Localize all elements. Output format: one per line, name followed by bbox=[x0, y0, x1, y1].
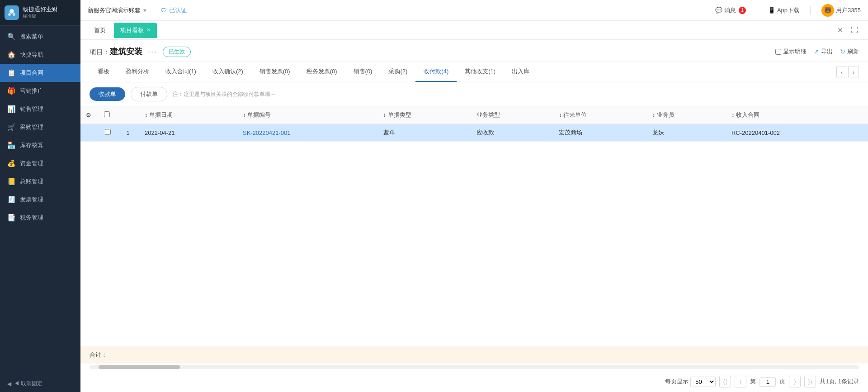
total-label: 合计： bbox=[90, 351, 107, 358]
export-icon: ↗ bbox=[814, 48, 819, 55]
sub-tabs-prev-button[interactable]: ‹ bbox=[836, 67, 847, 77]
export-label: 导出 bbox=[821, 48, 833, 56]
show-detail-label: 显示明细 bbox=[783, 48, 807, 56]
tab-home-label: 首页 bbox=[94, 26, 106, 34]
last-page-button[interactable]: ⟩⟩ bbox=[804, 376, 816, 387]
sub-tab-receipt[interactable]: 收付款(4) bbox=[415, 62, 457, 82]
sidebar-item-label: 营销推广 bbox=[20, 87, 43, 95]
funds-icon: 💰 bbox=[7, 159, 15, 167]
refresh-button[interactable]: ↻ 刷新 bbox=[840, 48, 859, 56]
sidebar-nav: 🔍 搜索菜单 🏠 快捷导航 📋 项目合同 🎁 营销推广 📊 销售管理 🛒 采购管… bbox=[0, 26, 80, 375]
sub-tab-sales[interactable]: 销售(0) bbox=[345, 62, 381, 82]
sidebar-item-label: 库存核算 bbox=[20, 141, 43, 149]
sidebar-item-inventory[interactable]: 🏪 库存核算 bbox=[0, 136, 80, 154]
sub-tab-other-expense[interactable]: 其他收支(1) bbox=[457, 62, 504, 82]
table-row[interactable]: 1 2022-04-21 SK-20220421-001 蓝单 应收款 宏茂商场… bbox=[80, 124, 868, 142]
num-column-header bbox=[117, 106, 139, 124]
row-code-link[interactable]: SK-20220421-001 bbox=[243, 129, 291, 136]
app-title: 畅捷通好业财 bbox=[23, 6, 58, 14]
income-contract-column-header[interactable]: ↕ 收入合同 bbox=[726, 106, 868, 124]
sidebar-item-project-contract[interactable]: 📋 项目合同 bbox=[0, 64, 80, 82]
purchase-mgmt-icon: 🛒 bbox=[7, 123, 15, 131]
row-checkbox-cell[interactable] bbox=[99, 124, 117, 142]
close-window-button[interactable]: ✕ bbox=[834, 24, 846, 37]
app-download-button[interactable]: 📱 App下载 bbox=[768, 6, 799, 14]
phone-icon: 📱 bbox=[768, 7, 775, 14]
per-page-select[interactable]: 50 100 200 bbox=[690, 377, 716, 387]
sub-tab-inout[interactable]: 出入库 bbox=[504, 62, 538, 82]
sidebar-item-search[interactable]: 🔍 搜索菜单 bbox=[0, 28, 80, 46]
sub-tab-tax-invoice[interactable]: 税务发票(0) bbox=[298, 62, 345, 82]
sidebar-item-tax[interactable]: 📑 税务管理 bbox=[0, 209, 80, 227]
page-number-input[interactable] bbox=[760, 377, 776, 387]
sidebar-item-quicknav[interactable]: 🏠 快捷导航 bbox=[0, 46, 80, 64]
unpin-button[interactable]: ◀ ◀ 取消固定 bbox=[0, 375, 80, 392]
tab-project-board-label: 项目看板 bbox=[120, 26, 144, 34]
next-page-button[interactable]: ⟩ bbox=[789, 376, 801, 387]
sidebar-item-sales-mgmt[interactable]: 📊 销售管理 bbox=[0, 100, 80, 118]
receipt-toggle-button[interactable]: 收款单 bbox=[90, 87, 125, 101]
select-all-checkbox[interactable] bbox=[104, 111, 110, 117]
row-settings bbox=[80, 124, 99, 142]
sub-tabs-next-button[interactable]: › bbox=[848, 67, 859, 77]
tax-icon: 📑 bbox=[7, 214, 15, 222]
message-icon: 💬 bbox=[715, 7, 722, 14]
header-row: ⚙ ↕ 单据日期 ↕ 单据编号 ↕ 单据类型 bbox=[80, 106, 868, 124]
svg-point-0 bbox=[9, 9, 14, 14]
prev-page-button[interactable]: ⟨ bbox=[735, 376, 746, 387]
account-selector[interactable]: 新服务官网演示账套 ▼ bbox=[88, 6, 147, 14]
shield-icon: 🛡 bbox=[160, 6, 167, 14]
sidebar-header: 畅捷通好业财 标准版 bbox=[0, 0, 80, 26]
sidebar-item-invoice[interactable]: 🧾 发票管理 bbox=[0, 191, 80, 209]
sub-tab-income-confirm[interactable]: 收入确认(2) bbox=[204, 62, 251, 82]
show-detail-toggle[interactable]: 显示明细 bbox=[775, 48, 807, 56]
tab-project-board[interactable]: 项目看板 ✕ bbox=[114, 23, 157, 38]
settings-column-header[interactable]: ⚙ bbox=[80, 106, 99, 124]
code-column-header[interactable]: ↕ 单据编号 bbox=[237, 106, 378, 124]
topbar-left: 新服务官网演示账套 ▼ 🛡 已认证 bbox=[88, 6, 710, 15]
row-code: SK-20220421-001 bbox=[237, 124, 378, 142]
more-options-button[interactable]: ··· bbox=[148, 47, 157, 57]
close-icon[interactable]: ✕ bbox=[146, 27, 151, 33]
general-ledger-icon: 📒 bbox=[7, 177, 15, 186]
app-download-label: App下载 bbox=[777, 6, 799, 14]
table-header: ⚙ ↕ 单据日期 ↕ 单据编号 ↕ 单据类型 bbox=[80, 106, 868, 124]
sub-tab-sales-invoice[interactable]: 销售发票(0) bbox=[251, 62, 298, 82]
horizontal-scrollbar[interactable] bbox=[90, 365, 859, 369]
toggle-bar: 收款单 付款单 注：这里是与项目关联的全部收付款单哦～ bbox=[80, 82, 868, 106]
topbar: 新服务官网演示账套 ▼ 🛡 已认证 💬 消息 1 📱 App下载 🐻 bbox=[80, 0, 868, 21]
account-name: 新服务官网演示账套 bbox=[88, 6, 141, 14]
row-checkbox[interactable] bbox=[105, 129, 111, 135]
tab-home[interactable]: 首页 bbox=[88, 23, 112, 38]
sub-tab-profit[interactable]: 盈利分析 bbox=[118, 62, 157, 82]
message-button[interactable]: 💬 消息 1 bbox=[715, 6, 746, 14]
date-column-header[interactable]: ↕ 单据日期 bbox=[139, 106, 237, 124]
expand-window-button[interactable]: ⛶ bbox=[848, 24, 861, 37]
refresh-label: 刷新 bbox=[847, 48, 859, 56]
user-menu[interactable]: 🐻 用户3355 bbox=[821, 4, 861, 17]
project-contract-icon: 📋 bbox=[7, 69, 15, 77]
sub-tab-income-contract[interactable]: 收入合同(1) bbox=[157, 62, 204, 82]
partner-column-header[interactable]: ↕ 往来单位 bbox=[553, 106, 646, 124]
salesperson-column-header[interactable]: ↕ 业务员 bbox=[647, 106, 726, 124]
sub-tab-board[interactable]: 看板 bbox=[90, 62, 118, 82]
type-column-header[interactable]: ↕ 单据类型 bbox=[378, 106, 471, 124]
export-button[interactable]: ↗ 导出 bbox=[814, 48, 833, 56]
sidebar-item-label: 发票管理 bbox=[20, 196, 43, 204]
show-detail-checkbox[interactable] bbox=[775, 49, 781, 55]
unpin-icon: ◀ bbox=[7, 381, 11, 387]
sidebar-item-general-ledger[interactable]: 📒 总账管理 bbox=[0, 172, 80, 191]
data-table: ⚙ ↕ 单据日期 ↕ 单据编号 ↕ 单据类型 bbox=[80, 106, 868, 142]
table-footer: 合计： bbox=[80, 346, 868, 363]
certified-badge: 🛡 已认证 bbox=[160, 6, 187, 14]
message-label: 消息 bbox=[724, 6, 736, 14]
invoice-icon: 🧾 bbox=[7, 196, 15, 204]
per-page-label: 每页显示 bbox=[665, 378, 689, 386]
payment-toggle-button[interactable]: 付款单 bbox=[131, 87, 167, 101]
first-page-button[interactable]: ⟨⟨ bbox=[719, 376, 731, 387]
sidebar-item-funds[interactable]: 💰 资金管理 bbox=[0, 154, 80, 172]
sub-tab-purchase[interactable]: 采购(2) bbox=[380, 62, 415, 82]
sidebar-item-purchase-mgmt[interactable]: 🛒 采购管理 bbox=[0, 118, 80, 136]
scrollbar-thumb[interactable] bbox=[99, 365, 180, 369]
sidebar-item-marketing[interactable]: 🎁 营销推广 bbox=[0, 82, 80, 100]
